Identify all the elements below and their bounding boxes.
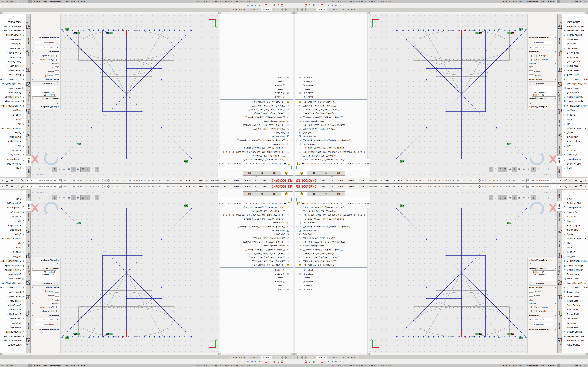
checkbox[interactable] [55,59,57,61]
units-selector[interactable]: Custom ▴ [571,0,582,3]
sketch-tool-item[interactable]: ▭ Corner Rectangle [562,267,588,272]
sketch-tool-item[interactable]: ▭ Corner Rectangle [0,95,26,99]
tree-row[interactable]: ◧ Solid Bodies [218,232,294,236]
command-tab[interactable]: Weldments [26,263,31,276]
tab-nav-button[interactable]: › [285,356,288,359]
menu-item[interactable]: Insert [234,179,240,182]
panel-help-icon[interactable]: ? [32,106,35,108]
sketch-row[interactable]: ⌊ (-) Sketch4 [294,80,370,83]
tree-row[interactable]: ★ ◯Ƨ5ƷЄ✳∘⊥◉ΛΑΦ◯∘◯ΦΑΛ◉⊥∘✳ЄƷ5Ƨ◯ [294,158,370,162]
sketch-row[interactable]: ⌊ (-) Sketch5 [294,83,370,87]
angle-spinner[interactable]: ▲▼ [554,323,556,326]
document-tab[interactable]: Motion Study 1 [341,356,359,359]
tag-icon[interactable]: ❖ [584,364,586,367]
menu-item[interactable]: Edit [329,185,333,188]
sketch-tool-item[interactable]: ◇ Polygon [562,108,588,113]
search-input[interactable]: Search CAD Models [530,185,556,188]
search-dropdown-icon[interactable]: ▾ [559,180,561,182]
sketch-tool-item[interactable]: ⋈ Intersection Curve [562,334,588,339]
quick-access-toolbar[interactable]: ◎ ƷЄ ◎ Ш ◎ ∘ ◎ ✳ ◎ Ɔ⊂ ◎ ƷЄ ◎ + ◎ ƧS ◎ ⊥ … [64,185,182,188]
search-icon[interactable] [30,180,32,181]
bottom-toolbar-icon[interactable]: ⊞ [328,4,329,7]
tree-row[interactable]: ▸ ◯Ƨ5ƷЄИNΛ∪⋅◯∘◯⋅∪ΛNИЄƷ5Ƨ◯ [294,263,370,267]
tab-propertymanager[interactable]: ▤ [268,191,281,196]
doc-window-button[interactable]: ✕ [550,173,551,176]
sketch-row[interactable]: ▦ (-) Sketch2 [294,91,370,95]
checkbox[interactable] [531,55,533,57]
tree-row[interactable]: ▱ ◯⋅◉+◯✳◉∣◯∘◯∣◉✳◯+◉⋅◯ [294,112,370,116]
tab-featuremanager[interactable] [295,191,307,196]
command-tab[interactable]: Evaluate [26,118,31,130]
doc-window-button[interactable]: ✕ [37,191,38,194]
sketch-row[interactable]: ▦ (-) Sketch6 [294,76,370,80]
sketch-tool-item[interactable]: ⌒ Centerpoint Arc [0,206,26,210]
checkbox[interactable] [531,310,533,312]
ok-button[interactable]: ✔ [32,101,59,105]
bottom-toolbar-icon[interactable]: ⊟ [335,4,337,7]
bottom-toolbar-icon[interactable]: | [262,5,263,7]
command-tab[interactable]: Markup [26,321,31,331]
add-relation-button[interactable]: │ Vertical [529,293,556,297]
section-add-relations[interactable]: Add Relations∧ [32,286,59,288]
panel-grip[interactable] [218,189,294,191]
scroll-right-icon[interactable]: ▸ [367,12,370,14]
view-toolbar-button[interactable]: + [71,195,76,200]
command-tab[interactable]: Data Migration [26,305,31,321]
sketch-tool-item[interactable]: ▱ Parallelogram [0,272,26,276]
pin-icon[interactable] [380,180,382,181]
sketch-tool-item[interactable]: ◈ 3 Point Center Recta... [562,104,588,108]
sketch-tool-item[interactable]: ∷ Linear Sketch Pattern [562,281,588,285]
units-dropdown-icon[interactable]: ▴ [7,0,8,3]
tree-row[interactable]: ★ ◯Ƨ5ƷЄ✳∘⊥◉ΛΑΦ◯∘◯ΦΑΛ◉⊥∘✳ЄƷ5Ƨ◯ [218,158,294,162]
view-toolbar-button[interactable]: ▣ [52,167,57,172]
add-relation-button[interactable]: — Horizontal [32,74,59,78]
add-relation-button[interactable]: — Horizontal [529,74,556,78]
sketch-tool-item[interactable]: ⌣ Tangent Arc [0,153,26,157]
sketch-row[interactable]: ⌊ (-) Sketch4 [294,284,370,287]
sketch-row[interactable]: ⌊ Sketch3 [294,87,370,91]
checkbox[interactable] [55,310,57,312]
scroll-left-icon[interactable]: ◂ [291,12,294,14]
scroll-right-icon[interactable]: ▸ [0,353,3,355]
search-box[interactable]: ▣ Search CAD Models ▾ [526,184,562,188]
tab-displaymanager[interactable] [332,191,345,196]
tabs-overflow-icon[interactable]: › [219,172,220,175]
more-tools-chevron-icon[interactable]: » [0,15,26,18]
restore-button[interactable] [580,185,582,187]
relation-button-icon[interactable]: — [55,289,59,292]
more-tools-chevron-icon[interactable]: » [0,349,26,352]
relations-listbox[interactable]: Collinear108Equal length109 [32,270,56,281]
relation-badges[interactable]: 3 3 3 =109 =109 [400,28,523,162]
sketch-tool-item[interactable]: ∟ Sketch Fillet [562,37,588,42]
option-row[interactable]: Infinite length [32,309,59,313]
tree-row[interactable]: ▱ ◯⋅◉+◯✳◉∣◯∘◯∣◉✳◯+◉⋅◯ [218,251,294,255]
sketch-tool-item[interactable]: ⊞ Copy Entities [562,73,588,77]
search-icon[interactable] [556,180,558,181]
sketch-tool-item[interactable]: ⊏ Offset Entities [562,20,588,24]
view-toolbar-button[interactable]: ∿ [498,167,503,172]
sketch-tool-item[interactable]: ✂ Trim Entities [0,46,26,50]
tag-icon[interactable]: ❖ [2,0,4,3]
sketch-tool-item[interactable]: ◈ 3 Point Center Recta... [0,259,26,263]
relation-item[interactable]: Equal length109 [533,274,555,276]
expand-arrow-icon[interactable]: ▸ [296,144,298,145]
tag-icon[interactable]: ❖ [2,364,4,367]
tree-row[interactable]: ▸ A ◯Ƨ5ИN◉∘✳Α✳◉ИNΑ◯∘◯ΑNИ◉✳Α✳∘◉NИ5Ƨ◯ [294,139,370,142]
document-tab[interactable]: 3D Views [247,8,261,11]
tree-scrollbar[interactable] [367,208,370,353]
sketch-tool-item[interactable]: ⌣ Fit Spline [562,321,588,325]
command-tab[interactable]: Markup [26,36,31,46]
sketch-tool-item[interactable]: ▭ Corner Rectangle [0,267,26,272]
section-options[interactable]: Options∧ [529,302,556,305]
document-tab[interactable]: Model [261,356,272,359]
bottom-toolbar-icon[interactable]: ⇄ [317,4,319,7]
bottom-toolbar-icon[interactable]: ✎ [281,4,283,7]
bottom-toolbar-icon[interactable]: ⚙ [339,4,341,7]
sketch-tool-item[interactable]: ⊜ Ellipse [562,144,588,148]
tab-propertymanager[interactable]: ▤ [307,191,320,196]
document-tab[interactable]: Model [261,8,272,11]
angle-field[interactable]: 0.00000000° [533,323,553,326]
view-toolbar-button[interactable]: ⌐ [489,167,493,172]
tree-row[interactable]: ▱ ◯⋅◉+◯✳◉∣◯∘◯∣◉✳◯+◉⋅◯ [218,112,294,116]
tab-nav-button[interactable]: « [305,8,308,11]
